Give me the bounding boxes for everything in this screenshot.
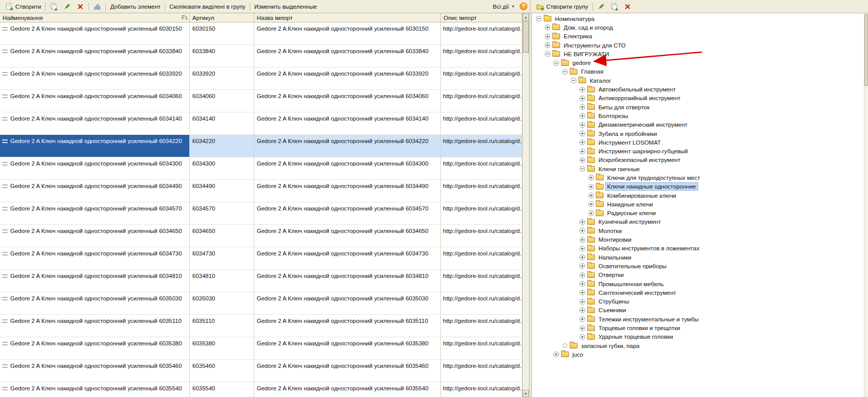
cell-article[interactable]: 6034650 (190, 225, 254, 247)
tree-expander-icon[interactable]: + (580, 228, 585, 233)
tree-expander-icon[interactable]: + (580, 157, 585, 163)
table-row[interactable]: Gedore 2 A Ключ накидной односторонний у… (0, 45, 522, 67)
tree-item[interactable]: + Радиусные ключи (532, 209, 864, 218)
cell-article[interactable]: 6033840 (190, 45, 254, 67)
tree-item[interactable]: + Инструмент шарнирно-губцевый (532, 147, 864, 155)
set-interval-button[interactable] (91, 2, 104, 12)
tree-item[interactable]: − НЕ ВИГРУЖАТИ (532, 50, 864, 58)
tree-item[interactable]: + Инструменты для СТО (532, 41, 864, 50)
cell-name[interactable]: Gedore 2 A Ключ накидной односторонний у… (0, 22, 190, 44)
tree-edit-button[interactable] (594, 2, 608, 12)
tree-item[interactable]: − Номенклатура (532, 14, 864, 23)
all-actions-button[interactable]: Всі дії ▾ (490, 3, 517, 11)
add-element-button[interactable]: Добавить элемент (107, 3, 163, 11)
tree-expander-icon[interactable] (563, 343, 567, 348)
tree-scrollbar[interactable] (864, 13, 868, 397)
tree-copy-button[interactable] (608, 2, 621, 12)
table-row[interactable]: Gedore 2 A Ключ накидной односторонний у… (0, 270, 522, 292)
tree-item[interactable]: − Ключи гаечные (532, 165, 864, 173)
cell-name[interactable]: Gedore 2 A Ключ накидной односторонний у… (0, 67, 190, 89)
cell-name[interactable]: Gedore 2 A Ключ накидной односторонний у… (0, 292, 190, 314)
cell-import-desc[interactable]: http://gedore-tool.ru/catalog/d... (441, 360, 522, 382)
cell-import-desc[interactable]: http://gedore-tool.ru/catalog/d... (441, 67, 522, 89)
cell-import-name[interactable]: Gedore 2 A Ключ накидной односторонний у… (254, 360, 441, 382)
cell-article[interactable]: 6035030 (190, 292, 254, 314)
cell-import-desc[interactable]: http://gedore-tool.ru/catalog/d... (441, 202, 522, 224)
tree-item[interactable]: − gedore (532, 58, 864, 67)
tree-scrollbar-thumb[interactable] (864, 14, 868, 86)
tree-expander-icon[interactable]: + (580, 87, 585, 92)
tree-item[interactable]: + Електрика (532, 32, 864, 41)
tree-item[interactable]: + Искробезопасный инструмент (532, 156, 864, 165)
table-row[interactable]: Gedore 2 A Ключ накидной односторонний у… (0, 247, 522, 270)
table-scrollbar[interactable]: ▲ ▼ (522, 13, 529, 397)
cell-import-desc[interactable]: http://gedore-tool.ru/catalog/d... (441, 90, 522, 112)
cell-article[interactable]: 6035110 (190, 315, 254, 337)
column-header-import-name[interactable]: Назва імпорт (254, 13, 441, 22)
tree-expander-icon[interactable]: + (580, 246, 585, 251)
tree-item[interactable]: + Ударные торцевые головки (532, 333, 864, 341)
cell-import-desc[interactable]: http://gedore-tool.ru/catalog/d... (441, 157, 522, 179)
tree-item[interactable]: + Промышленная мебель (532, 279, 864, 288)
scrollbar-thumb[interactable] (523, 21, 529, 53)
tree-item[interactable]: + Дом, сад и огород (532, 23, 864, 32)
cell-name[interactable]: Gedore 2 A Ключ накидной односторонний у… (0, 337, 190, 359)
cell-import-desc[interactable]: http://gedore-tool.ru/catalog/d... (441, 270, 522, 292)
cell-article[interactable]: 6035380 (190, 337, 254, 359)
cell-import-name[interactable]: Gedore 2 A Ключ накидной односторонний у… (254, 67, 441, 89)
table-row[interactable]: Gedore 2 A Ключ накидной односторонний у… (0, 202, 522, 225)
tree-expander-icon[interactable]: + (580, 113, 585, 119)
cell-article[interactable]: 6034490 (190, 180, 254, 202)
table-row[interactable]: Gedore 2 A Ключ накидной односторонний у… (0, 292, 522, 315)
cell-article[interactable]: 6034220 (190, 135, 254, 157)
table-row[interactable]: Gedore 2 A Ключ накидной односторонний у… (0, 225, 522, 247)
cell-import-desc[interactable]: http://gedore-tool.ru/catalog/d... (441, 45, 522, 67)
cell-article[interactable]: 6034300 (190, 157, 254, 179)
cell-import-name[interactable]: Gedore 2 A Ключ накидной односторонний у… (254, 22, 441, 44)
cell-article[interactable]: 6034730 (190, 247, 254, 269)
cell-name[interactable]: Gedore 2 A Ключ накидной односторонний у… (0, 225, 190, 247)
tree-expander-icon[interactable]: + (580, 299, 585, 305)
cell-import-name[interactable]: Gedore 2 A Ключ накидной односторонний у… (254, 45, 441, 67)
cell-import-name[interactable]: Gedore 2 A Ключ накидной односторонний у… (254, 270, 441, 292)
cell-import-name[interactable]: Gedore 2 A Ключ накидной односторонний у… (254, 90, 441, 112)
cell-import-name[interactable]: Gedore 2 A Ключ накидной односторонний у… (254, 157, 441, 179)
tree-expander-icon[interactable]: + (580, 149, 585, 154)
tree-expander-icon[interactable]: + (580, 308, 585, 313)
cell-name[interactable]: Gedore 2 A Ключ накидной односторонний у… (0, 360, 190, 382)
scroll-down-icon[interactable]: ▼ (523, 390, 529, 397)
cell-import-name[interactable]: Gedore 2 A Ключ накидной односторонний у… (254, 135, 441, 157)
table-row[interactable]: Gedore 2 A Ключ накидной односторонний у… (0, 157, 522, 180)
cell-import-desc[interactable]: http://gedore-tool.ru/catalog/d... (441, 382, 522, 397)
cell-name[interactable]: Gedore 2 A Ключ накидной односторонний у… (0, 247, 190, 269)
tree-expander-icon[interactable]: + (588, 193, 594, 198)
cell-import-name[interactable]: Gedore 2 A Ключ накидной односторонний у… (254, 337, 441, 359)
tree-item[interactable]: + Тележки инструментальные и тумбы (532, 315, 864, 323)
scroll-up-icon[interactable]: ▲ (523, 13, 529, 20)
cell-name[interactable]: Gedore 2 A Ключ накидной односторонний у… (0, 315, 190, 337)
cell-name[interactable]: Gedore 2 A Ключ накидной односторонний у… (0, 270, 190, 292)
cell-article[interactable]: 6035460 (190, 360, 254, 382)
tree-expander-icon[interactable]: + (580, 316, 585, 322)
create-group-button[interactable]: Створити групу (533, 2, 591, 12)
tree-expander-icon[interactable]: + (580, 281, 585, 287)
cell-import-name[interactable]: Gedore 2 A Ключ накидной односторонний у… (254, 180, 441, 202)
tree-item[interactable]: + Инструмент LOSOMAT (532, 138, 864, 147)
sort-indicator-icon[interactable] (181, 15, 188, 21)
table-row[interactable]: Gedore 2 A Ключ накидной односторонний у… (0, 90, 522, 112)
tree-item[interactable]: + Зубила и пробойники (532, 129, 864, 138)
cell-name[interactable]: Gedore 2 A Ключ накидной односторонний у… (0, 180, 190, 202)
table-row[interactable]: Gedore 2 A Ключ накидной односторонний у… (0, 135, 522, 157)
cell-name[interactable]: Gedore 2 A Ключ накидной односторонний у… (0, 90, 190, 112)
column-header-import-desc[interactable]: Опис імпорт (441, 13, 522, 22)
edit-button[interactable] (60, 2, 74, 12)
tree-expander-icon[interactable]: + (545, 34, 550, 39)
tree-expander-icon[interactable]: + (580, 334, 585, 340)
tree-mark-delete-button[interactable] (621, 2, 634, 12)
tree-expander-icon[interactable]: + (580, 131, 585, 136)
cell-article[interactable]: 6030150 (190, 22, 254, 44)
cell-name[interactable]: Gedore 2 A Ключ накидной односторонний у… (0, 112, 190, 134)
tree-item[interactable]: + Динамометрический инструмент (532, 121, 864, 129)
tree-expander-icon[interactable]: + (580, 254, 585, 260)
cell-import-desc[interactable]: http://gedore-tool.ru/catalog/d... (441, 180, 522, 202)
